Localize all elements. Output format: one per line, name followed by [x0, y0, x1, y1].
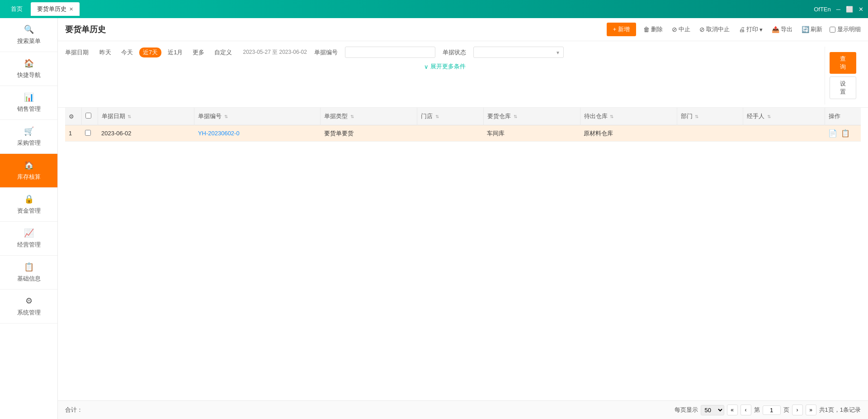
top-bar: 首页 要货单历史 ✕ OfTEn ─ ⬜ ✕ — [0, 0, 868, 18]
col-doc-type[interactable]: 单据类型 ⇅ — [321, 108, 417, 125]
page-header: 要货单历史 + 新增 🗑 删除 ⊘ 中止 ⊘ 取消中止 🖨 打印 — [58, 18, 868, 41]
cancel-stop-icon: ⊘ — [699, 26, 705, 33]
doc-number-link[interactable]: YH-20230602-0 — [198, 130, 240, 137]
table-header-row: ⚙ 单据日期 ⇅ 单据编号 ⇅ 单据类型 ⇅ 门店 ⇅ 要货仓库 ⇅ 待出仓库 … — [65, 108, 861, 125]
row-store — [417, 125, 484, 142]
date-option-custom[interactable]: 自定义 — [211, 48, 236, 57]
expand-more-btn[interactable]: ∨ 展开更多条件 — [65, 61, 825, 72]
date-option-today[interactable]: 今天 — [118, 48, 137, 57]
filter-area: 单据日期 昨天 今天 近7天 近1月 更多 自定义 2023-05-27 至 2… — [58, 41, 868, 108]
sidebar-item-sys-mgmt[interactable]: ⚙ 系统管理 — [0, 290, 57, 324]
display-detail-checkbox[interactable] — [830, 27, 835, 33]
col-doc-number[interactable]: 单据编号 ⇅ — [194, 108, 321, 125]
stop-button[interactable]: ⊘ 中止 — [670, 24, 692, 34]
purchase-mgmt-icon: 🛒 — [24, 126, 34, 136]
export-button[interactable]: 📤 导出 — [770, 24, 794, 34]
ops-mgmt-icon: 📈 — [24, 228, 34, 238]
expand-more-icon: ∨ — [424, 63, 429, 70]
doc-number-input[interactable] — [345, 47, 435, 58]
sidebar-item-purchase-mgmt-label: 采购管理 — [17, 139, 41, 147]
last-page-button[interactable]: » — [806, 405, 816, 415]
refresh-button[interactable]: 🔄 刷新 — [800, 24, 824, 34]
tab-requisition-history[interactable]: 要货单历史 ✕ — [31, 2, 80, 16]
sort-icon-req-warehouse: ⇅ — [514, 114, 517, 119]
maximize-icon[interactable]: ⬜ — [846, 6, 853, 13]
date-range-display: 2023-05-27 至 2023-06-02 — [243, 48, 307, 56]
window-close-icon[interactable]: ✕ — [859, 6, 863, 13]
sort-icon-store: ⇅ — [435, 114, 439, 119]
tab-home[interactable]: 首页 — [5, 2, 29, 16]
sidebar-item-finance-mgmt-label: 资金管理 — [17, 207, 41, 215]
cancel-stop-button[interactable]: ⊘ 取消中止 — [698, 24, 731, 34]
per-page-label: 每页显示 — [675, 406, 698, 414]
delete-button[interactable]: 🗑 删除 — [642, 24, 665, 34]
sidebar-item-purchase-mgmt[interactable]: 🛒 采购管理 — [0, 120, 57, 154]
doc-status-label: 单据状态 — [443, 48, 466, 57]
col-action: 操作 — [825, 108, 861, 125]
add-button[interactable]: + 新增 — [607, 23, 636, 36]
sort-icon-dept: ⇅ — [695, 114, 698, 119]
row-checkbox[interactable] — [81, 125, 98, 142]
tab-close-icon[interactable]: ✕ — [69, 6, 73, 12]
sidebar-item-finance-mgmt[interactable]: 🔒 资金管理 — [0, 188, 57, 222]
sidebar-item-ops-mgmt[interactable]: 📈 经营管理 — [0, 222, 57, 256]
page-size-select[interactable]: 50 100 200 — [701, 405, 724, 415]
quick-nav-icon: 🏠 — [24, 58, 34, 68]
sidebar-item-quick-nav[interactable]: 🏠 快捷导航 — [0, 52, 57, 86]
col-handler[interactable]: 经手人 ⇅ — [743, 108, 825, 125]
col-settings[interactable]: ⚙ — [65, 108, 81, 125]
row-select-checkbox[interactable] — [85, 130, 91, 136]
col-pending-warehouse[interactable]: 待出仓库 ⇅ — [580, 108, 677, 125]
first-page-button[interactable]: « — [727, 405, 738, 415]
stop-icon: ⊘ — [672, 26, 677, 33]
data-table: ⚙ 单据日期 ⇅ 单据编号 ⇅ 单据类型 ⇅ 门店 ⇅ 要货仓库 ⇅ 待出仓库 … — [65, 108, 861, 142]
sidebar-item-sales-mgmt[interactable]: 📊 销售管理 — [0, 86, 57, 120]
col-doc-date[interactable]: 单据日期 ⇅ — [98, 108, 194, 125]
prev-page-button[interactable]: ‹ — [741, 405, 751, 415]
doc-status-select[interactable] — [473, 47, 564, 58]
next-page-button[interactable]: › — [792, 405, 803, 415]
col-req-warehouse[interactable]: 要货仓库 ⇅ — [483, 108, 580, 125]
minimize-icon[interactable]: ─ — [836, 6, 840, 13]
sidebar-item-base-info[interactable]: 📋 基础信息 — [0, 256, 57, 290]
topbar-right: OfTEn ─ ⬜ ✕ — [814, 6, 863, 13]
right-action-panel: 查询 设置 — [825, 47, 861, 105]
date-option-7days[interactable]: 近7天 — [139, 48, 161, 57]
delete-label: 删除 — [651, 25, 663, 33]
page-number-input[interactable] — [763, 405, 781, 415]
doc-status-select-wrapper — [473, 47, 564, 58]
date-option-1month[interactable]: 近1月 — [164, 48, 186, 57]
total-label: 合计： — [65, 406, 83, 414]
row-doc-type: 要货单要货 — [321, 125, 417, 142]
view-action-icon[interactable]: 📄 — [828, 129, 837, 138]
refresh-label: 刷新 — [811, 25, 822, 33]
date-option-yesterday[interactable]: 昨天 — [96, 48, 115, 57]
finance-mgmt-icon: 🔒 — [24, 194, 34, 204]
print-label: 打印 — [746, 25, 758, 33]
row-doc-number[interactable]: YH-20230602-0 — [194, 125, 321, 142]
table-row: 1 2023-06-02 YH-20230602-0 要货单要货 车间库 原材料… — [65, 125, 861, 142]
inventory-icon: 🏠 — [24, 160, 34, 170]
select-all-checkbox[interactable] — [85, 113, 91, 119]
sidebar-item-inventory[interactable]: 🏠 库存核算 — [0, 154, 57, 188]
pagination: 每页显示 50 100 200 « ‹ 第 页 › » 共1页，1条记录 — [675, 405, 861, 415]
col-store[interactable]: 门店 ⇅ — [417, 108, 484, 125]
delete-icon: 🗑 — [643, 26, 650, 33]
sort-icon-doc-number: ⇅ — [224, 114, 228, 119]
display-detail-toggle[interactable]: 显示明细 — [830, 25, 861, 33]
sidebar-item-sys-mgmt-label: 系统管理 — [17, 309, 41, 317]
sidebar-item-quick-nav-label: 快捷导航 — [17, 71, 41, 79]
row-handler — [743, 125, 825, 142]
base-info-icon: 📋 — [24, 262, 34, 272]
date-option-more[interactable]: 更多 — [189, 48, 208, 57]
content-area: 要货单历史 + 新增 🗑 删除 ⊘ 中止 ⊘ 取消中止 🖨 打印 — [58, 18, 868, 419]
query-button[interactable]: 查询 — [830, 52, 856, 74]
print-dropdown-icon: ▾ — [760, 26, 763, 33]
sales-mgmt-icon: 📊 — [24, 92, 34, 102]
print-button[interactable]: 🖨 打印 ▾ — [737, 24, 764, 34]
settings-button[interactable]: 设置 — [830, 76, 856, 99]
col-dept[interactable]: 部门 ⇅ — [677, 108, 743, 125]
edit-action-icon[interactable]: 📋 — [841, 129, 850, 138]
print-icon: 🖨 — [739, 26, 745, 33]
sidebar-item-search-menu[interactable]: 🔍 搜索菜单 — [0, 18, 57, 52]
